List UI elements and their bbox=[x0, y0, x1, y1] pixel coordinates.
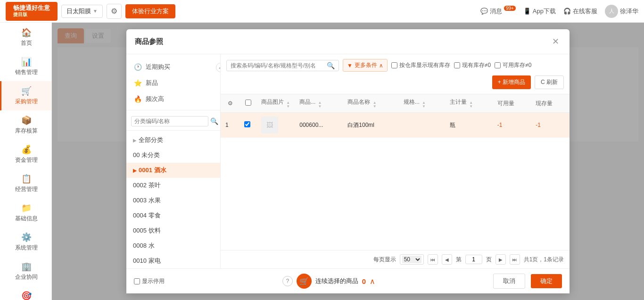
enterprise-icon: 🏢 bbox=[21, 261, 32, 272]
category-fruit[interactable]: 0003 水果 bbox=[126, 193, 220, 208]
first-page-btn[interactable]: ⏮ bbox=[428, 254, 438, 265]
operations-icon: 📋 bbox=[21, 174, 32, 184]
select-all-checkbox[interactable] bbox=[245, 100, 251, 106]
modal-close-button[interactable]: ✕ bbox=[550, 36, 561, 47]
product-reference-modal: 商品参照 ✕ 🕐 近期购买 bbox=[126, 29, 570, 293]
category-all[interactable]: ▶ 全部分类 bbox=[126, 133, 220, 148]
available-not-zero-checkbox[interactable]: 可用库存≠0 bbox=[495, 61, 531, 69]
sidebar-item-operations[interactable]: 📋 经营管理 bbox=[0, 169, 51, 198]
category-beverage-label: 0005 饮料 bbox=[133, 226, 161, 235]
username: 徐泽华 bbox=[620, 7, 638, 16]
sidebar-label-inventory: 库存核算 bbox=[15, 127, 38, 135]
basic-info-icon: 📁 bbox=[21, 203, 32, 213]
more-filter-label: 更多条件 bbox=[355, 61, 377, 69]
last-page-btn[interactable]: ⏭ bbox=[510, 254, 520, 265]
main-area: 查询 设置 商品参照 ✕ bbox=[52, 23, 644, 300]
available-not-zero-check[interactable] bbox=[495, 62, 501, 68]
td-checkbox[interactable] bbox=[239, 113, 256, 138]
stock-not-zero-checkbox[interactable]: 现有库存≠0 bbox=[454, 61, 491, 69]
toolbar-right: + 新增商品 C 刷新 bbox=[492, 75, 564, 89]
home-icon: 🏠 bbox=[21, 27, 32, 38]
category-water-label: 0008 水 bbox=[133, 242, 155, 250]
th-unit[interactable]: 主计量 ▲▼ bbox=[445, 94, 493, 113]
show-stock-by-warehouse-check[interactable] bbox=[391, 62, 397, 68]
category-liquor-label: 0001 酒水 bbox=[139, 166, 166, 175]
app-download-nav[interactable]: 📱 App下载 bbox=[523, 7, 556, 16]
cart-icon-button[interactable]: 🛒 bbox=[297, 274, 312, 289]
customer-service-label: 在线客服 bbox=[573, 7, 597, 16]
cancel-button[interactable]: 取消 bbox=[493, 274, 525, 289]
sidebar-item-inventory[interactable]: 📦 库存核算 bbox=[0, 110, 51, 140]
sidebar-item-purchase[interactable]: 🛒 采购管理 bbox=[0, 81, 51, 110]
category-tea[interactable]: 0002 茶叶 bbox=[126, 178, 220, 193]
category-appliance[interactable]: 0010 家电 bbox=[126, 253, 220, 268]
category-uncategorized[interactable]: 00 未分类 bbox=[126, 148, 220, 163]
help-icon[interactable]: ? bbox=[282, 276, 293, 286]
category-beverage[interactable]: 0005 饮料 bbox=[126, 223, 220, 238]
sidebar-item-finance[interactable]: 💰 资金管理 bbox=[0, 140, 51, 169]
sort-name-icon: ▲▼ bbox=[373, 101, 377, 108]
td-spec bbox=[399, 113, 445, 138]
add-product-btn[interactable]: + 新增商品 bbox=[492, 75, 531, 89]
page-size-select[interactable]: 50 10 20 100 bbox=[402, 256, 421, 263]
sidebar: 🏠 首页 📊 销售管理 🛒 采购管理 📦 库存核算 💰 资金管理 📋 经营管理 … bbox=[0, 23, 52, 300]
product-search-icon[interactable]: 🔍 bbox=[327, 62, 335, 69]
recent-purchase-tab[interactable]: 🕐 近期购买 bbox=[126, 59, 220, 75]
confirm-button[interactable]: 确定 bbox=[531, 274, 562, 288]
phone-icon: 📱 bbox=[523, 8, 531, 15]
page-number-input[interactable] bbox=[465, 255, 482, 264]
user-nav[interactable]: 人 徐泽华 bbox=[605, 5, 638, 18]
modal-toolbar: 🔍 ▼ 更多条件 ∧ 按仓库显示现有库存 bbox=[221, 54, 570, 94]
product-table-container: ⚙ 商品图片 ▲▼ bbox=[221, 94, 570, 250]
sidebar-item-enterprise[interactable]: 🏢 企业协同 bbox=[0, 257, 51, 286]
customer-service-nav[interactable]: 🎧 在线客服 bbox=[563, 7, 597, 16]
sidebar-item-basic-info[interactable]: 📁 基础信息 bbox=[0, 198, 51, 227]
show-stock-by-warehouse-checkbox[interactable]: 按仓库显示现有库存 bbox=[391, 61, 450, 69]
table-row[interactable]: 1 🖼 000600... 白酒100ml bbox=[221, 113, 570, 138]
td-image: 🖼 bbox=[256, 113, 295, 138]
row-checkbox[interactable] bbox=[244, 121, 250, 127]
th-code[interactable]: 商品... ▲▼ bbox=[295, 94, 343, 113]
th-settings[interactable]: ⚙ bbox=[221, 94, 239, 113]
next-page-btn[interactable]: ▶ bbox=[495, 254, 506, 265]
sidebar-label-finance: 资金管理 bbox=[15, 156, 38, 164]
th-spec[interactable]: 规格... ▲▼ bbox=[399, 94, 445, 113]
show-disabled-checkbox[interactable]: 显示停用 bbox=[134, 277, 165, 285]
sidebar-item-guide[interactable]: 🎯 新手引导 bbox=[0, 286, 51, 300]
th-image[interactable]: 商品图片 ▲▼ bbox=[256, 94, 295, 113]
product-search-input[interactable] bbox=[231, 62, 325, 69]
sidebar-label-system: 系统管理 bbox=[15, 244, 38, 252]
messages-nav[interactable]: 💬 消息 99+ bbox=[480, 7, 516, 16]
th-name[interactable]: 商品名称 ▲▼ bbox=[343, 94, 398, 113]
sidebar-label-sales: 销售管理 bbox=[15, 68, 38, 76]
sidebar-item-system[interactable]: ⚙️ 系统管理 bbox=[0, 227, 51, 257]
available-not-zero-label: 可用库存≠0 bbox=[503, 61, 531, 69]
new-products-tab[interactable]: ⭐ 新品 bbox=[126, 75, 220, 91]
store-selector[interactable]: 日太阳膜 ▼ bbox=[61, 5, 103, 18]
category-search-icon[interactable]: 🔍 bbox=[210, 117, 218, 125]
show-disabled-check[interactable] bbox=[134, 278, 140, 284]
message-label: 消息 bbox=[490, 7, 502, 16]
sidebar-item-home[interactable]: 🏠 首页 bbox=[0, 23, 51, 52]
th-checkbox bbox=[239, 94, 256, 113]
prev-page-btn[interactable]: ◀ bbox=[442, 254, 452, 265]
category-search-input[interactable] bbox=[131, 116, 208, 126]
message-badge: 99+ bbox=[504, 6, 516, 11]
category-snack-label: 0004 零食 bbox=[133, 211, 161, 220]
category-liquor[interactable]: ▶ 0001 酒水 bbox=[126, 163, 220, 178]
td-available: -1 bbox=[493, 113, 531, 138]
refresh-btn[interactable]: C 刷新 bbox=[535, 75, 564, 89]
collapse-footer-icon[interactable]: ∧ bbox=[370, 277, 375, 286]
clock-icon: 🕐 bbox=[134, 63, 142, 71]
settings-icon[interactable]: ⚙ bbox=[107, 4, 122, 19]
page-size-selector[interactable]: 50 10 20 100 bbox=[400, 254, 424, 265]
sidebar-item-sales[interactable]: 📊 销售管理 bbox=[0, 52, 51, 81]
stock-not-zero-check[interactable] bbox=[454, 62, 460, 68]
product-image-placeholder: 🖼 bbox=[261, 117, 278, 133]
category-snack[interactable]: 0004 零食 bbox=[126, 208, 220, 223]
frequent-tab[interactable]: 🔥 频次高 bbox=[126, 91, 220, 107]
more-filter-btn[interactable]: ▼ 更多条件 ∧ bbox=[343, 59, 388, 72]
category-water[interactable]: 0008 水 bbox=[126, 238, 220, 253]
experience-btn[interactable]: 体验行业方案 bbox=[125, 4, 175, 18]
modal-left-panel: 🕐 近期购买 ⭐ 新品 🔥 频次高 bbox=[126, 54, 221, 268]
